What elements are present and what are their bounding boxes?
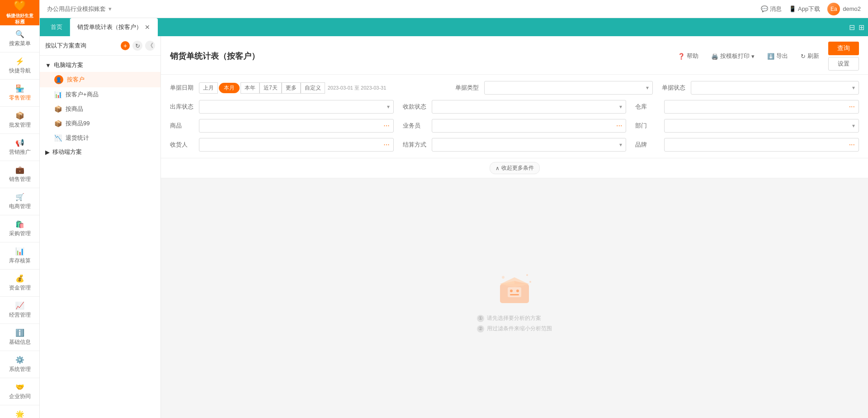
sidebar-item-label: 搜索菜单 — [9, 40, 31, 48]
out-status-input[interactable]: ▾ — [199, 100, 394, 114]
tree-item-by-customer-goods[interactable]: 📊 按客户+商品 — [40, 87, 160, 102]
date-btn-this-month[interactable]: 本月 — [219, 83, 240, 93]
tree-group-mobile-label: 移动端方案 — [52, 148, 82, 156]
tree-item-by-goods[interactable]: 📦 按商品 — [40, 102, 160, 116]
goods-input[interactable]: ··· — [199, 119, 394, 133]
refresh-scheme-icon[interactable]: ↻ — [132, 41, 142, 51]
enterprise-icon: 🤝 — [15, 383, 24, 391]
industry-dropdown-icon[interactable]: ▾ — [108, 5, 112, 12]
out-status-dropdown-icon: ▾ — [387, 104, 390, 110]
date-btn-this-year[interactable]: 本年 — [241, 82, 259, 94]
collect-status-input[interactable]: ▾ — [432, 100, 627, 114]
brand-input[interactable]: ··· — [664, 138, 859, 152]
collapse-button[interactable]: ∧ 收起更多条件 — [490, 162, 540, 174]
sidebar-item-search[interactable]: 🔍 搜索菜单 — [0, 25, 40, 52]
filter-row-3: 商品 ··· 业务员 ··· 部门 — [170, 119, 859, 133]
svg-rect-4 — [510, 294, 519, 295]
doc-type-input[interactable]: ▾ — [484, 81, 652, 95]
basic-info-icon: ℹ️ — [15, 328, 24, 337]
sidebar-item-label: 快捷导航 — [9, 67, 31, 75]
sidebar-item-wholesale[interactable]: 📦 批发管理 — [0, 107, 40, 134]
tab-maximize-icon[interactable]: ⊞ — [859, 23, 864, 32]
tree-group-mobile-header[interactable]: ▶ 移动端方案 — [40, 145, 160, 159]
warehouse-ellipsis-icon[interactable]: ··· — [849, 103, 855, 111]
sidebar-item-label: 经营管理 — [9, 311, 31, 319]
sidebar-item-enterprise[interactable]: 🤝 企业协同 — [0, 378, 40, 405]
empty-state: ① 请先选择要分析的方案 ② 用过滤条件来缩小分析范围 — [161, 178, 868, 418]
svg-point-2 — [510, 290, 513, 292]
purchase-icon: 🛍️ — [15, 220, 24, 228]
export-button[interactable]: ⬇️ 导出 — [764, 50, 792, 62]
tab-sales-summary[interactable]: 销货单统计表（按客户） ✕ — [70, 18, 158, 36]
tree-item-return-stats[interactable]: 📉 退货统计 — [40, 131, 160, 145]
sidebar-item-label: 企业协同 — [9, 393, 31, 400]
refresh-label: 刷新 — [807, 52, 819, 60]
help-button[interactable]: ❓ 帮助 — [674, 50, 702, 62]
goods-label: 商品 — [170, 122, 195, 130]
collapse-scheme-icon[interactable]: 《 — [145, 41, 155, 51]
date-btn-more[interactable]: 更多 — [282, 82, 301, 94]
scheme-panel: 按以下方案查询 + ↻ 《 ▼ 电脑端方案 👤 按客户 — [40, 36, 161, 418]
scheme-tree: ▼ 电脑端方案 👤 按客户 📊 按客户+商品 📦 按商品 — [40, 56, 160, 418]
sidebar-item-label: 系统管理 — [9, 366, 31, 373]
message-button[interactable]: 💬 消息 — [761, 5, 782, 13]
sidebar: 🧡 畅捷信好生意 标雁 🔍 搜索菜单 ⚡ 快捷导航 🏪 零售管理 📦 批发管理 … — [0, 0, 40, 418]
date-btn-last-7[interactable]: 近7天 — [259, 82, 282, 94]
sidebar-item-sales-mgmt[interactable]: 💼 销售管理 — [0, 161, 40, 188]
tab-home[interactable]: 首页 — [43, 18, 70, 36]
sidebar-item-basic-info[interactable]: ℹ️ 基础信息 — [0, 324, 40, 351]
filter-item-warehouse: 仓库 ··· — [635, 100, 859, 114]
top-header: 办公用品行业模拟账套 ▾ 💬 消息 📱 App下载 Ea demo2 — [40, 0, 868, 18]
date-btn-last-month[interactable]: 上月 — [199, 82, 218, 94]
sidebar-item-operations[interactable]: 📈 经营管理 — [0, 297, 40, 324]
refresh-button[interactable]: ↻ 刷新 — [797, 50, 823, 62]
add-scheme-button[interactable]: + — [121, 41, 130, 50]
sidebar-item-label: 库存核算 — [9, 257, 31, 265]
sidebar-item-finance[interactable]: 💰 资金管理 — [0, 270, 40, 297]
app-logo[interactable]: 🧡 畅捷信好生意 标雁 — [0, 0, 40, 25]
collapse-label: 收起更多条件 — [501, 164, 534, 172]
salesperson-ellipsis-icon[interactable]: ··· — [616, 122, 622, 130]
svg-rect-1 — [508, 287, 521, 297]
salesperson-input[interactable]: ··· — [432, 119, 627, 133]
goods-ellipsis-icon[interactable]: ··· — [383, 122, 389, 130]
sidebar-item-ecommerce[interactable]: 🛒 电商管理 — [0, 188, 40, 215]
user-name: demo2 — [843, 5, 861, 12]
svg-point-6 — [526, 274, 528, 276]
sidebar-item-marketing[interactable]: 📢 营销推广 — [0, 134, 40, 161]
sidebar-item-retail[interactable]: 🏪 零售管理 — [0, 80, 40, 107]
user-profile-button[interactable]: Ea demo2 — [827, 3, 861, 15]
page-actions: ❓ 帮助 🖨️ 按模板打印 ▾ ⬇️ 导出 ↻ 刷新 — [674, 42, 859, 71]
template-print-label: 按模板打印 — [720, 52, 750, 60]
receiver-input[interactable]: ··· — [199, 138, 394, 152]
sidebar-item-system[interactable]: ⚙️ 系统管理 — [0, 351, 40, 378]
empty-icon — [492, 264, 537, 309]
tree-group-pc-header[interactable]: ▼ 电脑端方案 — [40, 58, 160, 72]
sidebar-item-purchase[interactable]: 🛍️ 采购管理 — [0, 215, 40, 242]
date-btn-custom[interactable]: 自定义 — [301, 82, 325, 94]
sidebar-item-new-guide[interactable]: 🌟 新手引导 — [0, 405, 40, 418]
dept-input[interactable]: ▾ — [664, 119, 859, 133]
tree-item-label: 按客户+商品 — [66, 90, 99, 99]
dept-dropdown-icon: ▾ — [852, 123, 855, 129]
industry-title: 办公用品行业模拟账套 — [47, 5, 106, 13]
brand-ellipsis-icon[interactable]: ··· — [849, 141, 855, 149]
refresh-icon: ↻ — [801, 53, 806, 60]
sidebar-item-quick-nav[interactable]: ⚡ 快捷导航 — [0, 52, 40, 80]
help-icon: ❓ — [678, 53, 685, 60]
template-print-button[interactable]: 🖨️ 按模板打印 ▾ — [708, 50, 758, 62]
tree-item-by-customer[interactable]: 👤 按客户 — [40, 72, 160, 87]
payment-input[interactable]: ▾ — [432, 138, 627, 152]
tab-minimize-icon[interactable]: ⊟ — [849, 23, 855, 32]
doc-status-input[interactable]: ▾ — [691, 81, 859, 95]
warehouse-input[interactable]: ··· — [664, 100, 859, 114]
sidebar-item-inventory[interactable]: 📊 库存核算 — [0, 242, 40, 270]
receiver-ellipsis-icon[interactable]: ··· — [383, 141, 389, 149]
main-area: 办公用品行业模拟账套 ▾ 💬 消息 📱 App下载 Ea demo2 首页 — [40, 0, 868, 418]
query-button[interactable]: 查询 — [828, 42, 859, 55]
tab-close-icon[interactable]: ✕ — [145, 24, 150, 31]
export-label: 导出 — [776, 52, 788, 60]
tree-item-by-goods-99[interactable]: 📦 按商品99 — [40, 116, 160, 131]
app-download-button[interactable]: 📱 App下载 — [789, 5, 820, 13]
settings-button[interactable]: 设置 — [828, 57, 859, 71]
